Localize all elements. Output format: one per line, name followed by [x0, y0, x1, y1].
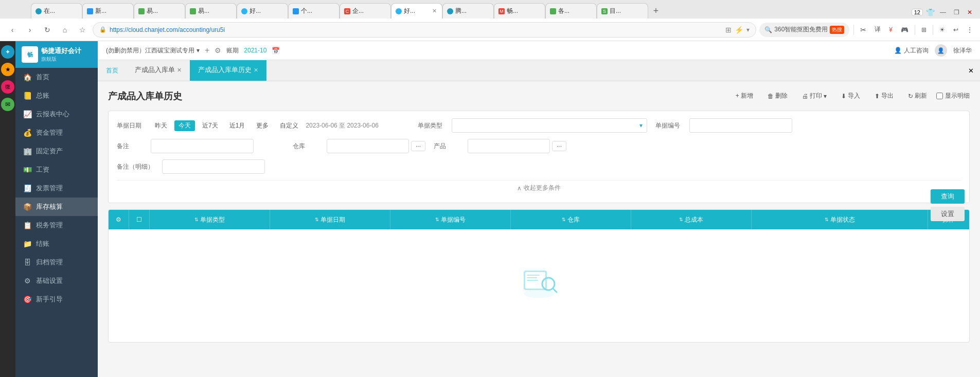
app-icon-home[interactable]: ✦ — [1, 45, 14, 59]
period-value[interactable]: 2021-10 — [244, 47, 266, 54]
show-fields-checkbox[interactable]: 显示明细 — [936, 92, 970, 100]
date-btn-today[interactable]: 今天 — [174, 120, 195, 131]
page-tab-history[interactable]: 产成品入库单历史 ✕ — [190, 60, 266, 81]
print-button[interactable]: 🖨 打印 ▾ — [797, 89, 832, 102]
nav-item-newbie[interactable]: 🎯 新手引导 — [15, 290, 98, 309]
app-icon-weibo[interactable]: 微 — [1, 80, 14, 94]
nav-item-reports[interactable]: 📈 云报表中心 — [15, 105, 98, 123]
page-tab-history-close[interactable]: ✕ — [254, 67, 258, 74]
setting-button[interactable]: 设置 — [931, 207, 965, 221]
nav-item-tax[interactable]: 📋 税务管理 — [15, 216, 98, 235]
nav-item-settings[interactable]: ⚙ 基础设置 — [15, 272, 98, 290]
browser-tab-3[interactable]: 易... — [185, 3, 237, 19]
app-icon-star[interactable]: ★ — [1, 63, 14, 76]
sun-tool[interactable]: ☀ — [937, 25, 947, 34]
th-gear[interactable]: ⚙ — [109, 210, 129, 229]
bookmark-button[interactable]: ☆ — [75, 23, 90, 37]
warehouse-input[interactable] — [327, 139, 409, 153]
service-button[interactable]: 👤 人工咨询 — [894, 46, 929, 55]
th-check[interactable]: ☐ — [129, 210, 150, 229]
calendar-icon[interactable]: 📅 — [272, 47, 280, 55]
doc-num-input[interactable] — [689, 118, 792, 133]
maximize-button[interactable]: ❐ — [951, 7, 961, 17]
nav-item-invoice[interactable]: 🧾 发票管理 — [15, 179, 98, 198]
collapse-button[interactable]: ∧ 收起更多条件 — [117, 180, 961, 195]
browser-tab-4[interactable]: 好... — [237, 3, 288, 19]
browser-tab-2[interactable]: 易... — [134, 3, 185, 19]
more-tool[interactable]: ⋮ — [965, 25, 975, 34]
forward-button[interactable]: › — [23, 23, 37, 37]
nav-item-home[interactable]: 🏠 首页 — [15, 68, 98, 86]
query-button[interactable]: 查询 — [931, 189, 965, 204]
note-detail-input[interactable] — [162, 159, 265, 174]
nav-item-ledger[interactable]: 📒 总账 — [15, 86, 98, 105]
nav-item-salary[interactable]: 💵 工资 — [15, 160, 98, 179]
product-input[interactable] — [468, 139, 550, 153]
show-fields-input[interactable] — [936, 93, 943, 99]
org-selector[interactable]: (勿删勿禁用）江西碳宝测试专用 ▾ — [106, 46, 200, 55]
minimize-button[interactable]: — — [938, 7, 948, 17]
refresh-nav-button[interactable]: ↻ — [40, 23, 55, 37]
browser-tab-0[interactable]: 在... — [31, 3, 82, 19]
browser-tab-6[interactable]: C 企... — [340, 3, 391, 19]
grid-tool[interactable]: ⊞ — [919, 25, 929, 34]
panel-close[interactable]: ✕ — [968, 67, 980, 75]
app-icon-mail[interactable]: ✉ — [1, 98, 14, 111]
dropdown-icon[interactable]: ▾ — [746, 26, 750, 33]
browser-tab-8[interactable]: 腾... — [442, 3, 494, 19]
th-total-cost[interactable]: ⇅ 总成本 — [631, 210, 752, 229]
th-doc-date[interactable]: ⇅ 单据日期 — [270, 210, 390, 229]
translate-tool[interactable]: 译 — [872, 24, 883, 35]
page-tab-list[interactable]: 产成品入库单 ✕ — [127, 60, 190, 81]
date-btn-yesterday[interactable]: 昨天 — [151, 120, 171, 131]
browser-tab-9[interactable]: M 畅... — [494, 3, 545, 19]
delete-button[interactable]: 🗑 删除 — [762, 89, 793, 102]
nav-label-settings: 基础设置 — [36, 276, 63, 285]
export-label: 导出 — [881, 92, 894, 100]
add-org-button[interactable]: + — [205, 46, 209, 55]
scissors-tool[interactable]: ✂ — [858, 25, 868, 35]
export-button[interactable]: ⬆ 导出 — [869, 89, 899, 102]
doc-type-select[interactable]: ▾ — [452, 118, 647, 133]
date-btn-1month[interactable]: 近1月 — [225, 120, 250, 131]
undo-tool[interactable]: ↩ — [951, 25, 960, 34]
nav-item-fixed-assets[interactable]: 🏢 固定资产 — [15, 142, 98, 160]
address-input[interactable]: 🔒 https://cloud.chanjet.com/accounting/u… — [93, 22, 756, 38]
game-tool[interactable]: 🎮 — [899, 25, 911, 34]
th-warehouse[interactable]: ⇅ 仓库 — [511, 210, 631, 229]
browser-frame: 在... 新... 易... 易... 好... 个... C 企... 好.. — [0, 0, 980, 377]
breadcrumb-home[interactable]: 首页 — [106, 66, 118, 75]
th-doc-status[interactable]: ⇅ 单据状态 — [752, 210, 928, 229]
nav-header: 畅 畅捷通好会计 旗舰版 — [15, 41, 98, 68]
browser-search-box[interactable]: 🔍 360智能抠图免费用 热搜 — [759, 23, 849, 37]
settings-org-icon[interactable]: ⚙ — [215, 46, 221, 55]
browser-tab-5[interactable]: 个... — [288, 3, 340, 19]
browser-tab-7[interactable]: 好... ✕ — [391, 3, 442, 19]
back-button[interactable]: ‹ — [5, 23, 20, 37]
product-ellipsis[interactable]: ··· — [552, 141, 566, 151]
window-close-button[interactable]: ✕ — [965, 7, 975, 17]
note-input[interactable] — [151, 139, 254, 153]
date-btn-more[interactable]: 更多 — [252, 120, 273, 131]
browser-tab-11[interactable]: S 目... — [597, 3, 648, 19]
th-doc-type[interactable]: ⇅ 单据类型 — [150, 210, 270, 229]
browser-tab-1[interactable]: 新... — [82, 3, 134, 19]
tab-close-7[interactable]: ✕ — [431, 7, 438, 15]
nav-item-checkout[interactable]: 📁 结账 — [15, 235, 98, 253]
nav-item-funds[interactable]: 💰 资金管理 — [15, 123, 98, 142]
yuan-tool[interactable]: ¥ — [887, 25, 895, 34]
home-nav-button[interactable]: ⌂ — [58, 23, 72, 37]
warehouse-ellipsis[interactable]: ··· — [411, 141, 425, 151]
th-doc-num[interactable]: ⇅ 单据编号 — [390, 210, 511, 229]
nav-item-inventory[interactable]: 📦 库存核算 — [15, 198, 98, 216]
add-button[interactable]: + 新增 — [730, 89, 758, 102]
date-btn-7days[interactable]: 近7天 — [198, 120, 222, 131]
browser-tab-10[interactable]: 各... — [545, 3, 597, 19]
refresh-button[interactable]: ↻ 刷新 — [903, 89, 932, 102]
date-btn-custom[interactable]: 自定义 — [276, 120, 302, 131]
page-tab-list-close[interactable]: ✕ — [177, 67, 182, 74]
new-tab-button[interactable]: + — [648, 3, 664, 19]
nav-item-archive[interactable]: 🗄 归档管理 — [15, 253, 98, 272]
page-tabs-bar: 首页 产成品入库单 ✕ 产成品入库单历史 ✕ ✕ — [98, 60, 980, 81]
import-button[interactable]: ⬇ 导入 — [836, 89, 865, 102]
